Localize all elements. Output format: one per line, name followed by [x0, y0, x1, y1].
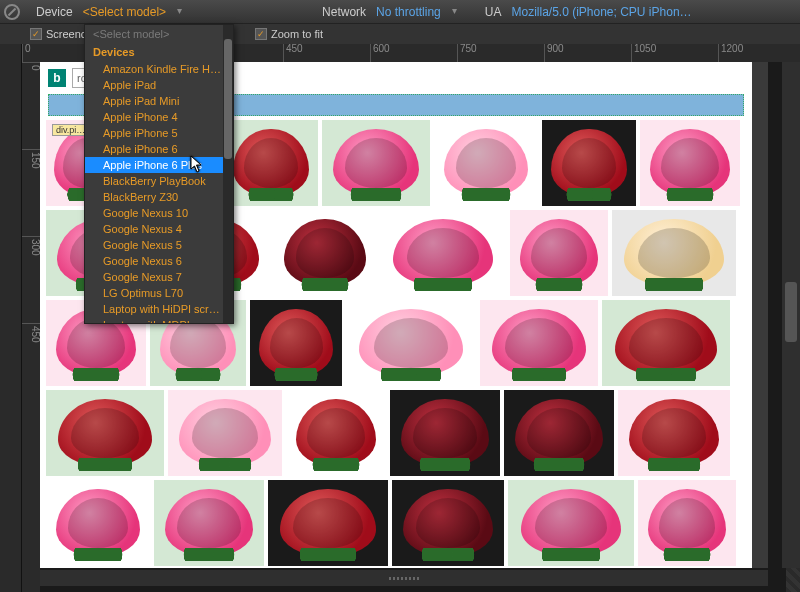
ruler-h-tick: 0 [22, 44, 31, 62]
grip-icon [389, 577, 419, 580]
image-result[interactable] [390, 390, 500, 476]
image-result[interactable] [612, 210, 736, 296]
dropdown-hint[interactable]: <Select model> [85, 25, 233, 43]
device-option[interactable]: Apple iPhone 5 [85, 125, 233, 141]
ruler-vertical: 0150300450 [22, 62, 40, 592]
scrollbar-thumb[interactable] [785, 282, 797, 342]
image-result[interactable] [274, 210, 376, 296]
ua-value[interactable]: Mozilla/5.0 (iPhone; CPU iPhon… [511, 5, 691, 19]
image-result[interactable] [46, 390, 164, 476]
device-option[interactable]: Apple iPhone 6 Plus [85, 157, 233, 173]
image-result[interactable] [602, 300, 730, 386]
device-option[interactable]: BlackBerry PlayBook [85, 173, 233, 189]
image-result[interactable] [638, 480, 736, 566]
image-result[interactable] [508, 480, 634, 566]
zoom-checkbox[interactable] [255, 28, 267, 40]
device-option[interactable]: LG Optimus L70 [85, 285, 233, 301]
disable-emulation-icon[interactable] [4, 4, 20, 20]
device-option[interactable]: Google Nexus 10 [85, 205, 233, 221]
device-select[interactable]: <Select model> [83, 5, 182, 19]
image-result[interactable] [250, 300, 342, 386]
network-label: Network [322, 5, 366, 19]
image-result[interactable] [480, 300, 598, 386]
ruler-h-tick: 450 [283, 44, 303, 62]
image-result[interactable] [46, 480, 150, 566]
left-gutter [0, 44, 22, 592]
image-result[interactable] [504, 390, 614, 476]
image-result[interactable] [168, 390, 282, 476]
image-result[interactable] [224, 120, 318, 206]
device-option[interactable]: Laptop with MDPI screen [85, 317, 233, 324]
screencast-checkbox[interactable] [30, 28, 42, 40]
image-result[interactable] [154, 480, 264, 566]
image-result[interactable] [322, 120, 430, 206]
ruler-h-tick: 1200 [718, 44, 743, 62]
resize-grip-bar[interactable] [40, 570, 768, 586]
ruler-v-tick: 150 [22, 149, 40, 169]
bing-logo-icon[interactable]: b [48, 69, 66, 87]
ruler-v-tick: 300 [22, 236, 40, 256]
ruler-h-tick: 750 [457, 44, 477, 62]
image-result[interactable] [346, 300, 476, 386]
network-select[interactable]: No throttling [376, 5, 457, 19]
device-option[interactable]: Apple iPad Mini [85, 93, 233, 109]
device-toolbar: Device <Select model> Network No throttl… [0, 0, 800, 24]
image-result[interactable] [510, 210, 608, 296]
image-result[interactable] [542, 120, 636, 206]
device-option[interactable]: Google Nexus 4 [85, 221, 233, 237]
image-result[interactable] [286, 390, 386, 476]
device-option[interactable]: Apple iPhone 6 [85, 141, 233, 157]
device-option[interactable]: Amazon Kindle Fire HDX [85, 61, 233, 77]
dropdown-header: Devices [85, 43, 233, 61]
device-label: Device [36, 5, 73, 19]
device-option[interactable]: Apple iPad [85, 77, 233, 93]
ruler-h-tick: 600 [370, 44, 390, 62]
zoom-label: Zoom to fit [271, 28, 323, 40]
device-option[interactable]: BlackBerry Z30 [85, 189, 233, 205]
device-option[interactable]: Apple iPhone 4 [85, 109, 233, 125]
device-option[interactable]: Laptop with HiDPI screen [85, 301, 233, 317]
ua-label: UA [485, 5, 502, 19]
device-option[interactable]: Google Nexus 6 [85, 253, 233, 269]
image-result[interactable] [268, 480, 388, 566]
ruler-v-tick: 0 [22, 62, 40, 71]
image-result[interactable] [434, 120, 538, 206]
image-result[interactable] [618, 390, 730, 476]
image-result[interactable] [380, 210, 506, 296]
image-result[interactable] [392, 480, 504, 566]
scrollbar-vertical[interactable] [782, 62, 800, 568]
device-dropdown[interactable]: <Select model> Devices Amazon Kindle Fir… [84, 24, 234, 324]
ruler-h-tick: 900 [544, 44, 564, 62]
dropdown-scrollbar[interactable] [223, 25, 233, 323]
device-option[interactable]: Google Nexus 5 [85, 237, 233, 253]
device-option[interactable]: Google Nexus 7 [85, 269, 233, 285]
ruler-v-tick: 450 [22, 323, 40, 343]
image-result[interactable] [640, 120, 740, 206]
ruler-h-tick: 1050 [631, 44, 656, 62]
